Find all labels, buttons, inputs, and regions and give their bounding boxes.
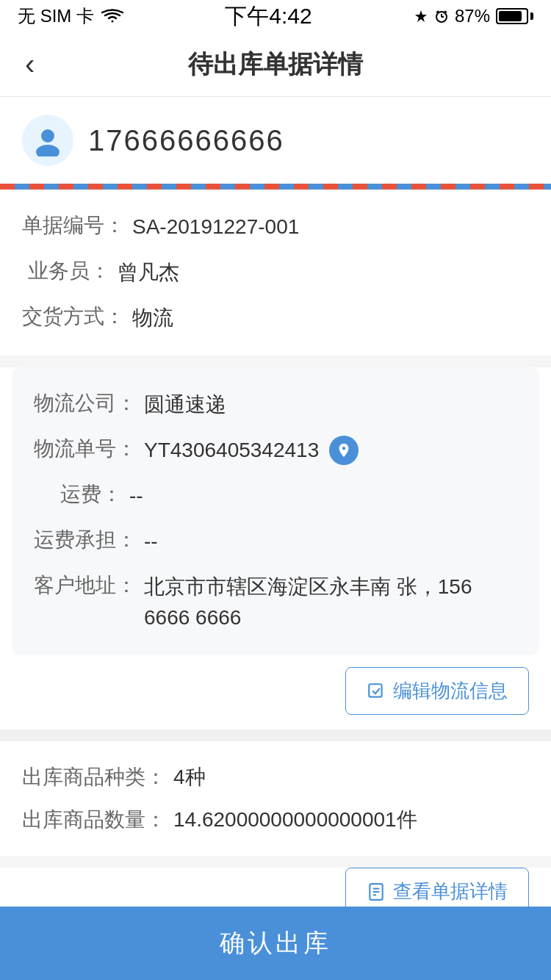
location-status-icon xyxy=(414,9,428,24)
svg-marker-0 xyxy=(415,10,427,22)
freight-value: -- xyxy=(129,480,517,511)
confirm-outbound-button[interactable]: 确认出库 xyxy=(220,926,331,960)
pin-icon xyxy=(336,442,352,458)
edit-button-label: 编辑物流信息 xyxy=(393,678,508,704)
delivery-method-row: 交货方式： 物流 xyxy=(22,303,529,334)
logistics-card: 物流公司： 圆通速递 物流单号： YT4306405342413 运费： -- … xyxy=(12,367,539,655)
tracking-number-text: YT4306405342413 xyxy=(144,435,319,466)
back-button[interactable]: ‹ xyxy=(18,40,42,88)
carrier-text: 无 SIM 卡 xyxy=(18,4,94,28)
tracking-number-value: YT4306405342413 xyxy=(144,435,517,466)
battery-text: 87% xyxy=(455,6,490,26)
goods-type-value: 4种 xyxy=(173,763,206,791)
address-label: 客户地址： xyxy=(34,572,144,599)
goods-quantity-row: 出库商品数量： 14.62000000000000001件 xyxy=(22,806,529,834)
basic-info-section: 单据编号： SA-20191227-001 业务员： 曾凡杰 交货方式： 物流 xyxy=(0,190,551,356)
battery-icon xyxy=(496,8,533,24)
freight-bearer-value: -- xyxy=(144,526,517,557)
customer-section: 17666666666 xyxy=(0,97,551,184)
logistics-company-value: 圆通速递 xyxy=(144,389,517,420)
edit-btn-row: 编辑物流信息 xyxy=(0,667,551,729)
goods-quantity-value: 14.62000000000000001件 xyxy=(173,806,417,834)
address-row: 客户地址： 北京市市辖区海淀区永丰南 张，156 6666 6666 xyxy=(34,572,517,633)
user-avatar-icon xyxy=(32,124,64,156)
customer-phone: 17666666666 xyxy=(88,124,284,157)
goods-type-row: 出库商品种类： 4种 xyxy=(22,763,529,791)
document-number-row: 单据编号： SA-20191227-001 xyxy=(22,212,529,242)
logistics-company-row: 物流公司： 圆通速递 xyxy=(34,389,517,420)
freight-bearer-label: 运费承担： xyxy=(34,526,144,554)
alarm-icon xyxy=(434,9,449,24)
document-icon xyxy=(367,882,386,901)
wifi-icon xyxy=(101,8,123,24)
freight-row: 运费： -- xyxy=(34,480,517,511)
freight-bearer-row: 运费承担： -- xyxy=(34,526,517,557)
sales-person-row: 业务员： 曾凡杰 xyxy=(22,257,529,288)
address-value: 北京市市辖区海淀区永丰南 张，156 6666 6666 xyxy=(144,572,517,633)
tracking-number-row: 物流单号： YT4306405342413 xyxy=(34,435,517,466)
logistics-company-label: 物流公司： xyxy=(34,389,144,417)
status-carrier: 无 SIM 卡 xyxy=(18,4,123,28)
nav-bar: ‹ 待出库单据详情 xyxy=(0,32,551,97)
goods-type-label: 出库商品种类： xyxy=(22,763,173,791)
section-divider xyxy=(0,729,551,741)
view-button-label: 查看单据详情 xyxy=(393,879,508,904)
page-title: 待出库单据详情 xyxy=(188,48,363,82)
status-bar: 无 SIM 卡 下午4:42 87% xyxy=(0,0,551,32)
sales-person-label: 业务员： xyxy=(22,257,118,285)
goods-section: 出库商品种类： 4种 出库商品数量： 14.62000000000000001件 xyxy=(0,741,551,856)
confirm-button-wrap: 确认出库 xyxy=(0,907,551,980)
delivery-method-value: 物流 xyxy=(132,303,529,334)
edit-logistics-button[interactable]: 编辑物流信息 xyxy=(345,667,529,715)
tracking-location-icon[interactable] xyxy=(329,436,359,465)
status-right: 87% xyxy=(414,6,533,26)
document-number-label: 单据编号： xyxy=(22,212,132,239)
avatar xyxy=(22,115,73,166)
svg-point-7 xyxy=(36,145,60,156)
svg-point-6 xyxy=(41,129,54,143)
document-number-value: SA-20191227-001 xyxy=(132,212,529,242)
edit-icon xyxy=(367,682,386,701)
sales-person-value: 曾凡杰 xyxy=(118,257,529,288)
dashed-separator xyxy=(0,184,551,190)
delivery-method-label: 交货方式： xyxy=(22,303,132,331)
status-time: 下午4:42 xyxy=(225,1,311,32)
goods-quantity-label: 出库商品数量： xyxy=(22,806,173,834)
freight-label: 运费： xyxy=(34,480,129,508)
tracking-number-label: 物流单号： xyxy=(34,435,144,463)
svg-rect-8 xyxy=(369,684,381,696)
